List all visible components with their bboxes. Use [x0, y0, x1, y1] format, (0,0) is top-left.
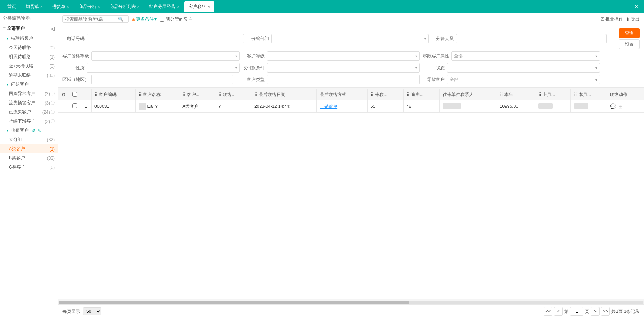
td-name: Ea ? — [135, 100, 179, 113]
close-product-list-tab[interactable]: × — [137, 5, 140, 9]
sidebar-item-declining[interactable]: 持续下滑客户 (2) ⓘ — [0, 117, 58, 126]
per-page-select[interactable]: 50 100 200 — [83, 307, 101, 315]
my-customers-checkbox[interactable] — [160, 17, 164, 22]
settings-button[interactable]: 设置 — [619, 39, 640, 49]
sidebar-item-b-class[interactable]: B类客户 (33) — [0, 153, 58, 163]
sidebar-item-7days[interactable]: 近7天待联络 (0) — [0, 61, 58, 71]
customer-level-select[interactable]: ▾ — [267, 51, 420, 61]
last-page-btn[interactable]: >> — [601, 307, 610, 316]
payment-select[interactable]: ▾ — [267, 63, 420, 73]
region-dots-btn[interactable]: ··· — [235, 77, 240, 82]
th-last-method: 最后联络方式 — [317, 89, 368, 100]
sidebar-group-value[interactable]: ▼ 价值客户 ↺ ✎ — [0, 126, 58, 135]
dept-select[interactable]: ▾ — [271, 34, 429, 43]
filter-actions: ☑ 批量操作 ⬆ 导出 — [600, 16, 640, 22]
nav-home[interactable]: 首页 — [3, 1, 21, 12]
status-select[interactable]: ▾ — [447, 63, 600, 73]
nav-purchase[interactable]: 进货单 × — [48, 1, 74, 12]
th-checkbox — [69, 89, 80, 100]
nav-customer-segment[interactable]: 客户分层经营 × — [144, 1, 183, 12]
batch-ops-btn[interactable]: ☑ 批量操作 — [600, 16, 623, 22]
sidebar-collapse-btn[interactable]: ◁ — [51, 26, 55, 32]
search-wrap: 🔍 — [62, 15, 129, 23]
close-product-analysis-tab[interactable]: × — [98, 5, 100, 9]
select-all-checkbox[interactable] — [72, 92, 77, 97]
sidebar-search-wrap: 🔍 — [0, 13, 58, 23]
sidebar-item-a-class[interactable]: A类客户 (1) — [0, 144, 58, 153]
filter-bar: 🔍 ⊞ 更多条件 ▾ 我分管的客户 ☑ 批量操作 ⬆ 导出 — [58, 13, 644, 25]
prev-page-btn[interactable]: < — [554, 307, 563, 316]
close-sales-tab[interactable]: × — [40, 5, 43, 9]
td-num: 1 — [80, 100, 92, 113]
edit-icon[interactable]: ✎ — [37, 128, 41, 133]
sidebar-item-overdue[interactable]: 逾期未联络 (30) — [0, 71, 58, 80]
next-page-btn[interactable]: > — [591, 307, 600, 316]
query-button[interactable]: 查询 — [619, 28, 640, 38]
last-method-link[interactable]: 下销货单 — [320, 104, 337, 109]
refresh-icon[interactable]: ↺ — [32, 128, 35, 133]
retail-attr-select[interactable]: 全部 ▾ — [451, 51, 600, 61]
th-type: ⠿ 客户... — [179, 89, 215, 100]
td-last-method: 下销货单 — [317, 100, 368, 113]
sidebar-item-tomorrow[interactable]: 明天待联络 (1) — [0, 52, 58, 61]
person-input[interactable] — [456, 34, 607, 43]
sidebar-all-customers[interactable]: ⠿ 全部客户 ◁ — [0, 23, 58, 34]
pagination-bar: 每页显示 50 100 200 << < 第 页 > — [58, 304, 644, 318]
filter-retail-attr: 零散客户属性 全部 ▾ — [423, 51, 600, 61]
sidebar-item-c-class[interactable]: C类客户 (6) — [0, 163, 58, 172]
td-not-contacted: 55 — [367, 100, 403, 113]
td-unit-contact — [439, 100, 497, 113]
info-icon-churned: ⓘ — [51, 109, 55, 115]
th-settings[interactable]: ⚙ — [58, 89, 69, 100]
more-conditions-btn[interactable]: ⊞ 更多条件 ▾ — [132, 16, 157, 22]
filter-status: 状态 ▾ — [423, 63, 600, 73]
nav-sales[interactable]: 销货单 × — [21, 1, 47, 12]
customer-level-arrow: ▾ — [415, 54, 417, 58]
export-btn[interactable]: ⬆ 导出 — [626, 16, 640, 22]
nav-product-analysis[interactable]: 商品分析 × — [74, 1, 104, 12]
info-icon-declining: ⓘ — [51, 119, 55, 124]
page-number-input[interactable] — [570, 307, 583, 316]
main-search-input[interactable] — [65, 17, 117, 22]
sidebar-group-pending[interactable]: ▼ 待联络客户 — [0, 34, 58, 43]
td-last-date: 2023-04-12 14:44: — [251, 100, 317, 113]
filter-customer-level: 客户等级 ▾ — [243, 51, 420, 61]
sidebar-item-repurchase[interactable]: 回购异常客户 (2) ⓘ — [0, 89, 58, 98]
first-page-btn[interactable]: << — [544, 307, 552, 316]
region-input[interactable] — [91, 75, 233, 84]
scrollbar-track — [59, 301, 643, 304]
horizontal-scrollbar[interactable] — [58, 301, 644, 304]
close-purchase-tab[interactable]: × — [67, 5, 69, 9]
main-search-icon[interactable]: 🔍 — [118, 17, 124, 22]
comment-action-icon[interactable]: 💬 — [610, 103, 616, 109]
close-all-tabs[interactable]: × — [632, 3, 641, 10]
retail-customer-select[interactable]: 全部 ▾ — [447, 75, 600, 84]
filter-retail-customer: 零散客户 全部 ▾ — [423, 75, 600, 84]
nav-customer-contact[interactable]: 客户联络 × — [184, 1, 214, 12]
filter-nature: 性质 ▾ — [62, 63, 240, 73]
close-customer-segment-tab[interactable]: × — [177, 5, 179, 9]
th-num — [80, 89, 92, 100]
customer-type-input[interactable] — [267, 75, 420, 84]
td-settings — [58, 100, 69, 113]
person-dots-btn[interactable]: ··· — [609, 36, 613, 42]
retail-attr-arrow: ▾ — [595, 54, 597, 58]
nav-product-list[interactable]: 商品分析列表 × — [105, 1, 144, 12]
sidebar-item-churned[interactable]: 已流失客户 (24) ⓘ — [0, 107, 58, 117]
scrollbar-thumb[interactable] — [59, 301, 409, 304]
sidebar-group-problem[interactable]: ▼ 问题客户 — [0, 80, 58, 89]
table-container: ⚙ ⠿ 客户编码 ⠿ 客户名称 ⠿ 客户... — [58, 89, 644, 299]
td-this-year: 10995.00 — [497, 100, 535, 113]
sidebar-item-churn-warning[interactable]: 流失预警客户 (3) ⓘ — [0, 98, 58, 107]
close-customer-contact-tab[interactable]: × — [208, 5, 210, 9]
row-checkbox[interactable] — [72, 103, 77, 108]
qr-action-icon[interactable]: ⊞ — [618, 103, 623, 109]
th-last-month: ⠿ 上月... — [535, 89, 571, 100]
sidebar-item-ungrouped[interactable]: 未分组 (32) — [0, 135, 58, 144]
th-last-date: ⠿ 最后联络日期 — [251, 89, 317, 100]
price-level-select[interactable]: ▾ — [91, 51, 240, 61]
sidebar-item-today[interactable]: 今天待联络 (0) — [0, 43, 58, 52]
nature-select[interactable]: ▾ — [87, 63, 240, 73]
phone-input[interactable] — [87, 34, 244, 43]
sidebar-search-input[interactable] — [3, 15, 58, 21]
